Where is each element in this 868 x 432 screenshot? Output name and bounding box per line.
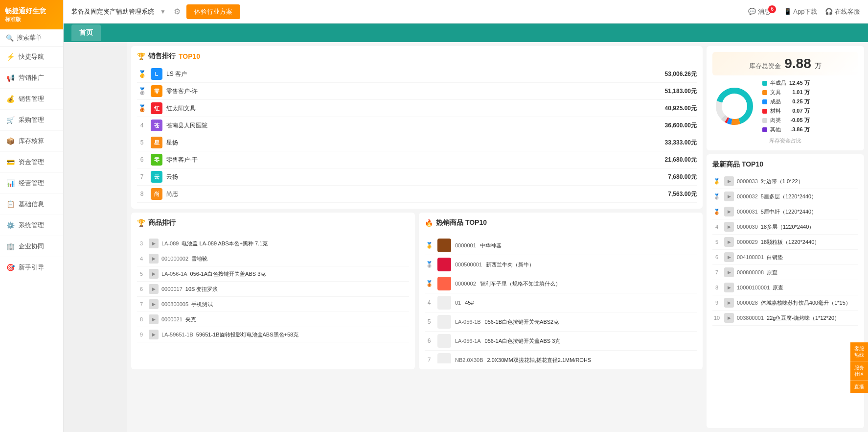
marketing-icon: 📢 — [6, 73, 15, 82]
sidebar-item-purchase[interactable]: 🛒 采购管理 — [0, 110, 63, 131]
topbar-right: 💬 消息 6 📱 App下载 🎧 在线客服 — [748, 7, 860, 16]
inventory-legend: 半成品12.45 万文具1.01 万成品0.25 万材料0.07 万肉类-0.0… — [762, 79, 810, 133]
product-rank-row: 6▶000001710S 变扭罗浆 — [137, 282, 409, 297]
float-btn-community[interactable]: 服务 社区 — [850, 361, 868, 381]
product-rank-number: 9 — [137, 332, 146, 337]
product-rank-number: 4 — [137, 256, 146, 262]
product-rank-number: 7 — [137, 301, 146, 307]
left-panel — [64, 42, 127, 432]
newest-product-code: 000800008 — [737, 269, 764, 275]
newest-product-code: 0000031 — [737, 209, 758, 215]
guide-label: 新手引导 — [19, 263, 44, 272]
hot-product-name: 45# — [465, 300, 697, 306]
legend-label: 材料 — [770, 107, 789, 115]
middle-section: 🏆 销售排行 TOP10 🥇LLS 客户53,006.26元🥈零零售客户-许51… — [127, 42, 707, 432]
newest-products-card: 最新商品 TOP10 🥇▶0000033对边带（1.0*22）🥈▶0000032… — [707, 154, 864, 428]
float-btn-live[interactable]: 直播 — [850, 381, 868, 393]
product-code: 000800005 — [161, 301, 188, 307]
right-panel: 库存总资金 9.88 万 — [707, 42, 868, 432]
logo-subtitle: 标准版 — [5, 16, 46, 23]
newest-rank-number: 10 — [712, 315, 721, 321]
inventory-unit: 万 — [815, 62, 822, 70]
newest-product-code: 0000030 — [737, 224, 758, 230]
newest-product-icon: ▶ — [724, 267, 734, 277]
finance-icon: 💳 — [6, 158, 15, 167]
newest-rank-number: 7 — [712, 269, 721, 275]
hot-rank-number: 🥇 — [425, 242, 434, 249]
inventory-donut — [712, 84, 756, 128]
sales-label: 销售管理 — [19, 95, 44, 103]
legend-item: 成品0.25 万 — [762, 98, 810, 105]
hot-products-title: 🔥 热销商品 TOP10 — [425, 218, 697, 227]
product-rank-row: 3▶LA-089电池盖 LA-089 ABS本色+黑种 7.1克 — [137, 236, 409, 251]
tab-home[interactable]: 首页 — [71, 24, 101, 41]
sidebar-item-operations[interactable]: 📊 经营管理 — [0, 173, 63, 194]
notifications[interactable]: 💬 消息 6 — [748, 7, 776, 16]
marketing-label: 营销推广 — [19, 73, 44, 82]
sidebar-item-finance[interactable]: 💳 资金管理 — [0, 152, 63, 173]
newest-product-icon: ▶ — [724, 252, 734, 262]
operations-icon: 📊 — [6, 179, 15, 188]
rank-name: 零售客户-于 — [166, 156, 661, 164]
newest-product-code: 003800001 — [737, 315, 764, 321]
finance-label: 资金管理 — [19, 158, 44, 167]
sidebar-item-sales[interactable]: 💰 销售管理 — [0, 89, 63, 110]
rank-amount: 7,680.00元 — [668, 173, 697, 181]
main-area: 装备及固定资产辅助管理系统 ▼ ⚙ 体验行业方案 💬 消息 6 📱 App下载 … — [64, 0, 868, 432]
trial-button[interactable]: 体验行业方案 — [186, 4, 240, 19]
sidebar-item-guide[interactable]: 🎯 新手引导 — [0, 257, 63, 278]
newest-product-name: 原查 — [773, 284, 858, 291]
app-download[interactable]: 📱 App下载 — [784, 7, 817, 16]
hot-product-image — [437, 353, 451, 363]
product-ranking-title: 🏆 商品排行 — [137, 218, 409, 227]
legend-value: -0.05 万 — [790, 117, 809, 124]
rank-number: 4 — [137, 122, 147, 129]
legend-label: 文具 — [770, 89, 789, 96]
rank-name: 星扬 — [166, 139, 661, 147]
inventory-icon: 📦 — [6, 137, 15, 145]
search-menu[interactable]: 🔍 搜索菜单 — [0, 29, 63, 47]
product-rank-row: 7▶000800005手机测试 — [137, 297, 409, 312]
fire-icon: 🔥 — [425, 219, 433, 227]
sales-rank-row: 🥉红红太阳文具40,925.00元 — [137, 100, 697, 117]
notification-badge: 6 — [768, 5, 776, 13]
product-icon: ▶ — [149, 299, 159, 309]
system-dropdown-icon[interactable]: ▼ — [160, 8, 166, 15]
hot-product-row: 🥉0000002智利车子里（规格不知道填什么） — [425, 274, 697, 293]
sidebar-item-basic-info[interactable]: 📋 基础信息 — [0, 194, 63, 215]
inventory-label: 库存核算 — [19, 137, 44, 145]
sidebar-item-marketing[interactable]: 📢 营销推广 — [0, 68, 63, 89]
float-btn-service[interactable]: 客服 热线 — [850, 342, 868, 361]
hot-product-row: 🥈000500001新西兰牛肉（新牛） — [425, 255, 697, 274]
sidebar-item-system[interactable]: ⚙️ 系统管理 — [0, 215, 63, 236]
inventory-note: 库存资金占比 — [712, 137, 858, 144]
settings-icon[interactable]: ⚙ — [174, 7, 181, 16]
product-name: 056-1A白色按键开关盖ABS 3克 — [190, 270, 409, 278]
product-rank-row: 8▶0000021夹克 — [137, 312, 409, 327]
search-menu-label: 搜索菜单 — [17, 33, 42, 42]
newest-rank-number: 🥈 — [712, 193, 721, 200]
newest-product-icon: ▶ — [724, 298, 734, 308]
product-name: 电池盖 LA-089 ABS本色+黑种 7.1克 — [182, 240, 409, 247]
sidebar-item-enterprise[interactable]: 🏢 企业协同 — [0, 236, 63, 257]
newest-product-code: 0000029 — [737, 239, 758, 245]
hot-product-code: LA-056-1A — [455, 338, 481, 344]
sidebar-item-quick-nav[interactable]: ⚡ 快捷导航 — [0, 47, 63, 68]
legend-dot — [762, 90, 767, 95]
rank-number: 5 — [137, 139, 147, 146]
newest-rank-number: 🥇 — [712, 178, 721, 185]
hot-product-row: 6LA-056-1A056-1A白色按键开关盖ABS 3克 — [425, 332, 697, 351]
hot-product-image — [437, 296, 451, 310]
hot-product-code: 01 — [455, 300, 461, 306]
legend-item: 半成品12.45 万 — [762, 79, 810, 87]
hot-product-code: 0000002 — [455, 281, 476, 287]
hot-product-row: 7NB2.0X30B2.0X30MM双搓花轴,搓花直径2.1MM/ROHS — [425, 351, 697, 363]
rank-amount: 7,563.00元 — [668, 190, 697, 198]
trophy-icon: 🏆 — [137, 52, 145, 60]
rank-name: 零售客户-许 — [166, 87, 661, 96]
legend-dot — [762, 81, 767, 86]
hot-product-code: NB2.0X30B — [455, 357, 483, 363]
online-service[interactable]: 🎧 在线客服 — [825, 7, 860, 16]
legend-value: -3.86 万 — [790, 126, 809, 133]
sidebar-item-inventory[interactable]: 📦 库存核算 — [0, 131, 63, 152]
